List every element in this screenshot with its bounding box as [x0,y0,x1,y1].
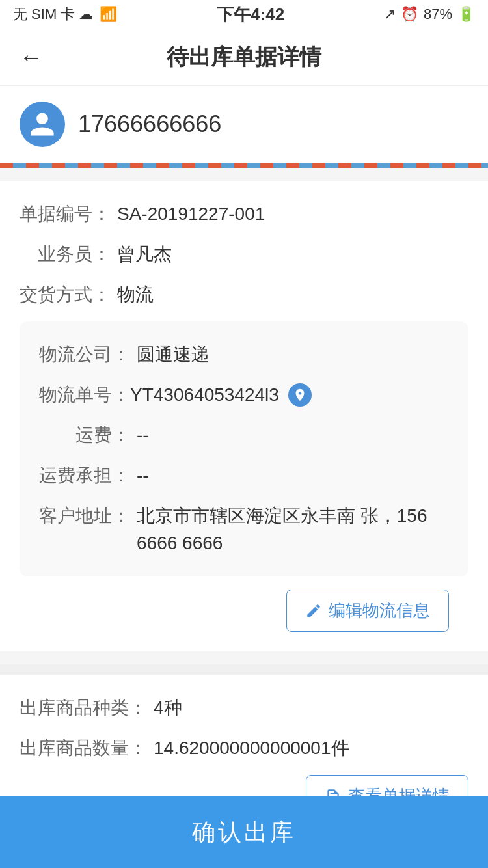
status-time: 下午4:42 [217,3,284,26]
edit-icon [305,603,322,619]
confirm-button-label: 确认出库 [192,817,296,848]
freight-value: -- [137,422,449,449]
freight-bearer-value: -- [137,462,449,489]
salesperson-row: 业务员： 曾凡杰 [20,241,468,268]
product-type-row: 出库商品种类： 4种 [20,694,468,722]
confirm-button[interactable]: 确认出库 [0,796,488,868]
tracking-number-value: YT43064053424l3 [130,381,279,409]
product-type-label: 出库商品种类： [20,694,147,722]
edit-btn-row: 编辑物流信息 [20,576,468,632]
customer-phone: 17666666666 [78,111,221,138]
tracking-location-button[interactable] [288,383,312,407]
map-pin-icon [293,388,307,402]
logistics-card: 物流公司： 圆通速递 物流单号： YT43064053424l3 运费： -- [20,321,468,576]
location-status-icon: ↗ [384,6,396,23]
status-right: ↗ ⏰ 87% 🔋 [384,6,475,23]
logistics-company-value: 圆通速递 [137,341,449,368]
battery-level: 87% [424,6,452,23]
edit-logistics-button[interactable]: 编辑物流信息 [286,590,449,632]
document-number-row: 单据编号： SA-20191227-001 [20,200,468,228]
freight-bearer-label: 运费承担： [39,462,130,489]
edit-logistics-label: 编辑物流信息 [329,599,430,622]
logistics-company-row: 物流公司： 圆通速递 [39,341,449,368]
tracking-number-row: 物流单号： YT43064053424l3 [39,381,449,409]
logistics-company-label: 物流公司： [39,341,130,368]
salesperson-value: 曾凡杰 [117,241,468,268]
battery-icon: 🔋 [457,6,475,23]
product-quantity-row: 出库商品数量： 14.620000000000001件 [20,735,468,762]
address-row: 客户地址： 北京市市辖区海淀区永丰南 张，156 6666 6666 [39,502,449,557]
user-avatar-icon [28,110,57,139]
address-label: 客户地址： [39,502,130,530]
tracking-number-container: YT43064053424l3 [130,381,312,409]
delivery-method-label: 交货方式： [20,281,111,308]
freight-label: 运费： [39,422,130,449]
delivery-method-value: 物流 [117,281,468,308]
product-type-value: 4种 [154,694,468,722]
order-summary-section: 出库商品种类： 4种 出库商品数量： 14.620000000000001件 [0,675,488,762]
back-button[interactable]: ← [20,44,43,71]
freight-bearer-row: 运费承担： -- [39,462,449,489]
customer-header: 17666666666 [0,86,488,163]
nav-bar: ← 待出库单据详情 [0,29,488,86]
page-title: 待出库单据详情 [167,42,321,72]
wifi-icon: 📶 [100,6,117,23]
product-quantity-value: 14.620000000000001件 [154,735,468,762]
salesperson-label: 业务员： [20,241,111,268]
tracking-number-label: 物流单号： [39,381,130,409]
dashed-divider [0,163,488,168]
status-left: 无 SIM 卡 ☁ 📶 [13,5,117,24]
sim-label: 无 SIM 卡 ☁ [13,5,93,24]
document-number-value: SA-20191227-001 [117,200,468,228]
address-value: 北京市市辖区海淀区永丰南 张，156 6666 6666 [137,502,449,557]
document-number-label: 单据编号： [20,200,111,228]
status-bar: 无 SIM 卡 ☁ 📶 下午4:42 ↗ ⏰ 87% 🔋 [0,0,488,29]
alarm-icon: ⏰ [401,6,418,23]
freight-row: 运费： -- [39,422,449,449]
product-quantity-label: 出库商品数量： [20,735,147,762]
delivery-method-row: 交货方式： 物流 [20,281,468,308]
section-divider [0,664,488,675]
avatar [20,102,65,147]
basic-info-section: 单据编号： SA-20191227-001 业务员： 曾凡杰 交货方式： 物流 … [0,181,488,651]
